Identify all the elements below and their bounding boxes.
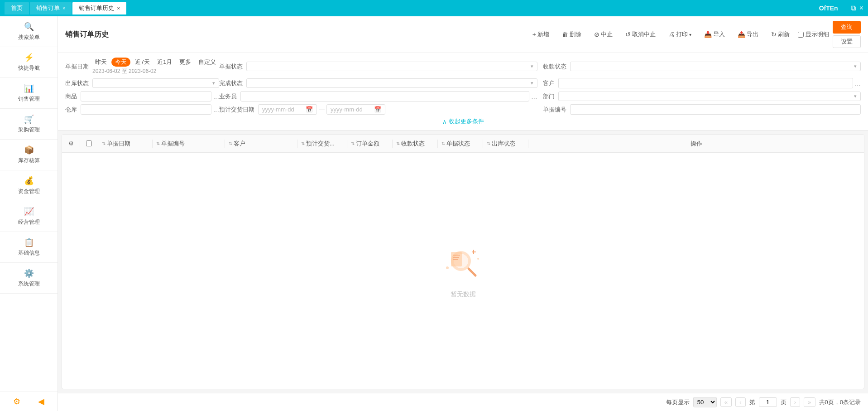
sidebar-item-search-menu[interactable]: 🔍 搜索菜单 xyxy=(0,16,58,47)
cancel-stop-btn[interactable]: ↺ 取消中止 xyxy=(621,29,660,40)
th-pay-status[interactable]: ⇅ 收款状态 xyxy=(393,140,438,148)
filter-customer-cell: 客户 ... xyxy=(543,78,861,88)
page-size-select[interactable]: 20 50 100 xyxy=(693,397,717,407)
svg-rect-3 xyxy=(451,252,462,266)
filter-row-4: 仓库 ... 预计交货日期 yyyy-mm-dd 📅 — yyyy-mm-dd … xyxy=(65,104,861,115)
export-btn[interactable]: 📤 导出 xyxy=(733,29,763,40)
th-delivery[interactable]: ⇅ 预计交货... xyxy=(297,140,347,148)
order-no-input[interactable] xyxy=(570,104,861,115)
sidebar-item-basic-info[interactable]: 📋 基础信息 xyxy=(0,232,58,263)
th-date[interactable]: ⇅ 单据日期 xyxy=(98,140,153,148)
sidebar-item-finance[interactable]: 💰 资金管理 xyxy=(0,170,58,201)
warehouse-input[interactable] xyxy=(81,104,211,115)
th-checkbox[interactable] xyxy=(80,140,98,146)
print-btn[interactable]: 🖨 打印 ▾ xyxy=(664,29,696,40)
th-no[interactable]: ⇅ 单据编号 xyxy=(153,140,225,148)
display-detail-checkbox[interactable] xyxy=(798,32,804,38)
customer-input[interactable] xyxy=(558,78,853,88)
sidebar-item-inventory[interactable]: 📦 库存核算 xyxy=(0,140,58,170)
next-page-btn[interactable]: › xyxy=(790,397,800,407)
filter-delivery-date-cell: 预计交货日期 yyyy-mm-dd 📅 — yyyy-mm-dd 📅 xyxy=(219,104,537,115)
page-number-input[interactable]: 1 xyxy=(759,397,777,407)
out-status-select[interactable]: ▾ xyxy=(92,78,219,88)
today-btn[interactable]: 今天 xyxy=(111,58,130,67)
sidebar-item-quick-nav[interactable]: ⚡ 快捷导航 xyxy=(0,47,58,78)
close-window-btn[interactable]: × xyxy=(859,4,863,12)
filter-salesperson-cell: 业务员 ... xyxy=(219,91,537,102)
out-status-label: 出库状态 xyxy=(65,79,92,87)
order-status-select[interactable]: ▾ xyxy=(246,62,537,71)
query-btn[interactable]: 查询 xyxy=(833,21,861,34)
more-btn[interactable]: 更多 xyxy=(177,58,194,67)
stop-btn[interactable]: ⊘ 中止 xyxy=(590,29,617,40)
close-tab-sales-order[interactable]: × xyxy=(62,6,65,11)
filter-row-2: 出库状态 ▾ 完成状态 ▾ 客户 ... xyxy=(65,78,861,88)
last-page-btn[interactable]: » xyxy=(804,397,815,407)
calendar-end-icon[interactable]: 📅 xyxy=(374,106,381,113)
brand-text: OfTEn xyxy=(819,5,838,12)
filter-order-no-cell: 单据编号 xyxy=(543,104,861,115)
page-label: 第 xyxy=(749,398,755,406)
pay-status-select[interactable]: ▾ xyxy=(570,62,861,71)
sidebar-item-basic-info-label: 基础信息 xyxy=(18,249,40,257)
empty-text: 暂无数据 xyxy=(451,290,476,299)
system-mgmt-icon: ⚙️ xyxy=(24,268,34,278)
salesperson-dots-btn[interactable]: ... xyxy=(531,92,537,101)
th-out-status[interactable]: ⇅ 出库状态 xyxy=(483,140,528,148)
date-label: 单据日期 xyxy=(65,63,92,71)
export-icon: 📤 xyxy=(738,31,745,38)
th-gear[interactable]: ⚙ xyxy=(62,140,80,147)
setting-btn[interactable]: 设置 xyxy=(833,35,861,48)
tab-sales-order[interactable]: 销售订单 × xyxy=(30,2,72,15)
sort-icon-no: ⇅ xyxy=(156,141,160,146)
delete-btn[interactable]: 🗑 删除 xyxy=(557,29,586,40)
refresh-icon: ↻ xyxy=(771,31,777,38)
th-order-status[interactable]: ⇅ 单据状态 xyxy=(438,140,483,148)
refresh-btn[interactable]: ↻ 刷新 xyxy=(767,29,794,40)
display-detail-checkbox-label[interactable]: 显示明细 xyxy=(798,30,829,39)
purchase-mgmt-icon: 🛒 xyxy=(24,114,34,124)
product-dots-btn[interactable]: ... xyxy=(213,92,219,101)
order-no-label: 单据编号 xyxy=(543,106,570,114)
prev-page-btn[interactable]: ‹ xyxy=(735,397,745,407)
sidebar-item-purchase-mgmt-label: 采购管理 xyxy=(18,126,40,134)
first-page-btn[interactable]: « xyxy=(720,397,732,407)
last7-btn[interactable]: 近7天 xyxy=(132,58,153,67)
select-all-checkbox[interactable] xyxy=(86,140,92,146)
sidebar-collapse-btn[interactable]: ◀ xyxy=(38,396,44,406)
date-range-display: 2023-06-02 至 2023-06-02 xyxy=(92,68,219,75)
complete-status-select[interactable]: ▾ xyxy=(246,78,537,88)
tab-sales-order-history[interactable]: 销售订单历史 × xyxy=(72,2,126,15)
page-title: 销售订单历史 xyxy=(65,30,109,39)
warehouse-dots-btn[interactable]: ... xyxy=(213,106,219,114)
sidebar-item-operations[interactable]: 📈 经营管理 xyxy=(0,201,58,232)
top-bar: 首页 销售订单 × 销售订单历史 × OfTEn ⧉ × xyxy=(0,0,868,16)
th-amount[interactable]: ⇅ 订单金额 xyxy=(347,140,393,148)
sidebar-item-purchase-mgmt[interactable]: 🛒 采购管理 xyxy=(0,109,58,140)
delivery-date-end[interactable]: yyyy-mm-dd 📅 xyxy=(326,104,385,115)
last1month-btn[interactable]: 近1月 xyxy=(154,58,175,67)
close-tab-history[interactable]: × xyxy=(117,6,120,11)
sidebar-item-inventory-label: 库存核算 xyxy=(18,157,40,164)
tab-home[interactable]: 首页 xyxy=(5,2,29,15)
yesterday-btn[interactable]: 昨天 xyxy=(92,58,110,67)
sidebar-item-sales-mgmt[interactable]: 📊 销售管理 xyxy=(0,78,58,109)
custom-btn[interactable]: 自定义 xyxy=(196,58,219,67)
dept-select[interactable]: ▾ xyxy=(558,92,861,101)
customer-dots-btn[interactable]: ... xyxy=(855,79,861,87)
th-customer[interactable]: ⇅ 客户 xyxy=(225,140,297,148)
new-btn[interactable]: + 新增 xyxy=(528,29,554,40)
salesperson-input[interactable] xyxy=(240,91,529,102)
collapse-conditions-btn[interactable]: ∧ 收起更多条件 xyxy=(65,117,861,126)
print-arrow-icon: ▾ xyxy=(689,32,691,37)
calendar-start-icon[interactable]: 📅 xyxy=(306,106,313,113)
product-input[interactable] xyxy=(81,91,211,102)
delivery-date-start[interactable]: yyyy-mm-dd 📅 xyxy=(258,104,317,115)
restore-window-btn[interactable]: ⧉ xyxy=(851,4,856,12)
import-btn[interactable]: 📥 导入 xyxy=(700,29,729,40)
dept-arrow-icon: ▾ xyxy=(854,93,857,99)
sidebar-item-system-mgmt[interactable]: ⚙️ 系统管理 xyxy=(0,263,58,294)
sidebar-settings-btn[interactable]: ⚙ xyxy=(13,396,20,406)
order-status-arrow-icon: ▾ xyxy=(531,63,533,69)
pay-status-label: 收款状态 xyxy=(543,63,570,71)
